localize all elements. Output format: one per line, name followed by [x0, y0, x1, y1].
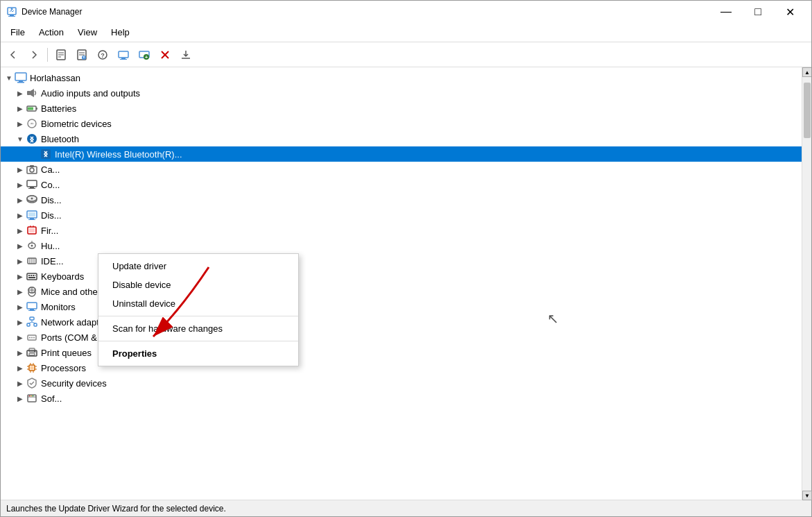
context-menu-update-driver[interactable]: Update driver [98, 257, 298, 276]
print-expand[interactable]: ▶ [15, 347, 26, 358]
processors-icon [26, 362, 38, 374]
svg-point-37 [30, 168, 34, 172]
svg-point-82 [29, 337, 31, 339]
context-menu-properties[interactable]: Properties [98, 344, 298, 363]
status-text: Launches the Update Driver Wizard for th… [6, 504, 226, 514]
scrollbar-track[interactable] [802, 77, 811, 500]
keyboards-expand[interactable]: ▶ [15, 271, 26, 282]
tree-item-firmware[interactable]: ▶ Fir... [1, 223, 802, 238]
software-expand[interactable]: ▶ [15, 393, 26, 404]
maximize-button[interactable]: □ [742, 1, 774, 23]
audio-expand[interactable]: ▶ [15, 87, 26, 99]
context-menu-sep-1 [98, 316, 298, 316]
display-expand[interactable]: ▶ [15, 210, 26, 221]
device-tree[interactable]: ▼ Horlahassan ▶ [1, 67, 802, 500]
cameras-expand[interactable]: ▶ [15, 164, 26, 175]
tree-item-biometric[interactable]: ▶ Biometric devices [1, 116, 802, 131]
svg-line-79 [28, 322, 32, 323]
forward-button[interactable] [24, 45, 44, 65]
bluetooth-icon [26, 133, 38, 145]
svg-rect-30 [28, 108, 33, 110]
menu-help[interactable]: Help [104, 24, 137, 40]
download-button[interactable] [176, 45, 196, 65]
scan-hardware-toolbar-button[interactable] [114, 45, 133, 65]
update-driver-toolbar-button[interactable] [72, 45, 92, 65]
audio-icon [26, 87, 38, 99]
window-icon [6, 6, 17, 17]
batteries-icon [26, 102, 38, 115]
keyboards-label: Keyboards [41, 271, 84, 282]
tree-item-cameras[interactable]: ▶ Ca... [1, 162, 802, 177]
tree-item-software[interactable]: ▶ Sof... [1, 391, 802, 406]
tree-item-bluetooth[interactable]: ▼ Bluetooth [1, 131, 802, 146]
window-title: Device Manager [21, 7, 710, 17]
svg-rect-47 [30, 218, 34, 219]
tree-item-hid[interactable]: ▶ Hu... [1, 238, 802, 253]
processors-expand[interactable]: ▶ [15, 362, 26, 373]
disk-expand[interactable]: ▶ [15, 194, 26, 205]
network-expand[interactable]: ▶ [15, 316, 26, 328]
minimize-button[interactable]: — [710, 1, 742, 23]
root-expand[interactable]: ▼ [3, 72, 15, 83]
hid-expand[interactable]: ▶ [15, 240, 26, 251]
scrollbar[interactable]: ▲ ▼ [802, 67, 811, 500]
svg-rect-51 [29, 228, 35, 232]
svg-rect-72 [27, 303, 37, 309]
uninstall-button[interactable] [155, 45, 175, 65]
monitors-expand[interactable]: ▶ [15, 301, 26, 312]
tree-item-bt-device[interactable]: Intel(R) Wireless Bluetooth(R)... [1, 146, 802, 162]
tree-item-security[interactable]: ▶ Security devices [1, 375, 802, 391]
scroll-up-button[interactable]: ▲ [802, 67, 811, 77]
menu-view[interactable]: View [71, 24, 104, 40]
context-menu-uninstall-device[interactable]: Uninstall device [98, 294, 298, 313]
network-icon [26, 316, 38, 328]
computer-expand[interactable]: ▶ [15, 179, 26, 190]
ide-expand[interactable]: ▶ [15, 255, 26, 266]
tree-item-display[interactable]: ▶ Dis... [1, 207, 802, 223]
add-hardware-button[interactable]: + [135, 45, 154, 65]
svg-point-45 [31, 198, 33, 200]
print-label: Print queues [41, 348, 92, 358]
root-item[interactable]: ▼ Horlahassan [1, 70, 802, 85]
svg-rect-66 [28, 277, 35, 278]
disk-icon [26, 194, 38, 206]
mice-expand[interactable]: ▶ [15, 286, 26, 297]
close-button[interactable]: ✕ [774, 1, 806, 23]
tree-item-computer[interactable]: ▶ Co... [1, 177, 802, 192]
svg-line-80 [32, 322, 35, 323]
scroll-down-button[interactable]: ▼ [802, 491, 811, 500]
security-expand[interactable]: ▶ [15, 378, 26, 389]
bt-device-expand [28, 149, 40, 160]
firmware-expand[interactable]: ▶ [15, 225, 26, 236]
biometric-expand[interactable]: ▶ [15, 118, 26, 129]
back-button[interactable] [3, 45, 23, 65]
context-menu-sep-2 [98, 341, 298, 341]
svg-rect-41 [28, 188, 35, 189]
svg-rect-73 [30, 309, 34, 310]
tree-item-disk[interactable]: ▶ Dis... [1, 192, 802, 207]
svg-rect-74 [28, 310, 35, 311]
svg-point-83 [31, 337, 33, 339]
svg-point-84 [33, 337, 35, 339]
help-button[interactable]: ? [93, 45, 112, 65]
computer-icon [15, 71, 27, 84]
svg-rect-35 [41, 149, 51, 159]
batteries-expand[interactable]: ▶ [15, 103, 26, 114]
context-menu-scan-hardware[interactable]: Scan for hardware changes [98, 319, 298, 338]
context-menu-disable-device[interactable]: Disable device [98, 276, 298, 294]
menu-action[interactable]: Action [32, 24, 71, 40]
svg-rect-75 [30, 317, 34, 320]
scrollbar-thumb[interactable] [804, 83, 811, 138]
menu-file[interactable]: File [3, 24, 32, 40]
properties-button[interactable] [51, 45, 71, 65]
security-icon [26, 377, 38, 389]
disk-label: Dis... [41, 195, 62, 205]
audio-label: Audio inputs and outputs [41, 88, 140, 99]
ports-icon [26, 331, 38, 344]
ports-expand[interactable]: ▶ [15, 332, 26, 343]
bluetooth-expand[interactable]: ▼ [15, 133, 26, 144]
svg-rect-65 [35, 275, 35, 276]
svg-rect-15 [119, 51, 128, 58]
tree-item-audio[interactable]: ▶ Audio inputs and outputs [1, 85, 802, 101]
tree-item-batteries[interactable]: ▶ Batteries [1, 101, 802, 116]
